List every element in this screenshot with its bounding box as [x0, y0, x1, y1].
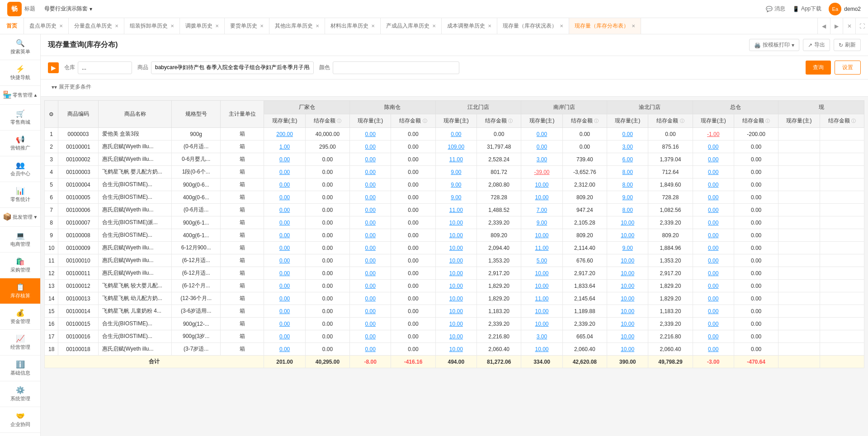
sidebar-item-operations[interactable]: 📈 经营管理 [0, 330, 40, 356]
table-row: 300100002惠氏启赋(Wyeth illu...0-6月婴儿...箱0.0… [45, 153, 864, 166]
th-factory-qty: 现存量(主) [264, 114, 305, 128]
sidebar-item-marketing[interactable]: 📢 营销推广 [0, 131, 40, 156]
nav-tab-2[interactable]: 组装拆卸单历史 ✕ [124, 18, 180, 34]
search-expand-btn[interactable]: ▶ [48, 62, 59, 73]
table-row: 500100004合生元(BIOSTIME)...900g(0-6...箱0.0… [45, 178, 864, 191]
logo-text: 标题 [24, 5, 35, 13]
sidebar-item-wholesale[interactable]: 📦 批发管理 ▼ [0, 208, 40, 227]
sidebar-item-inventory[interactable]: 📋 库存核算 [0, 278, 40, 304]
setting-btn[interactable]: 设置 [835, 61, 861, 75]
sidebar-inventory-label: 库存核算 [2, 292, 38, 299]
sidebar-item-retail-mgmt[interactable]: 🏪 零售管理 ▲ [0, 86, 40, 105]
nav-tab-3[interactable]: 调拨单历史 ✕ [180, 18, 225, 34]
nav-tab-close-8[interactable]: ✕ [488, 23, 491, 28]
nav-tab-9[interactable]: 现存量（库存状况表） ✕ [497, 18, 569, 34]
color-input[interactable] [333, 61, 459, 74]
expand-conditions-btn[interactable]: ▾▾ 展开更多条件 [48, 81, 861, 93]
username: demo2 [844, 6, 861, 12]
sidebar: 🔍 搜索英单 ⚡ 快捷导航 🏪 零售管理 ▲ 🛒 零售商城 📢 营销推广 👥 会… [0, 34, 41, 436]
avatar: Ea [829, 3, 841, 15]
msg-btn[interactable]: 💬 消息 [766, 5, 785, 13]
sidebar-item-nav[interactable]: ⚡ 快捷导航 [0, 60, 40, 86]
nav-tab-close-4[interactable]: ✕ [260, 23, 264, 28]
msg-label: 消息 [774, 5, 785, 13]
sidebar-item-enterprise[interactable]: 🤝 企业协同 [0, 407, 40, 433]
nav-tab-10[interactable]: 现存量（库存分布表） ✕ [569, 18, 641, 34]
table-row: 1400100013飞鹤星飞帆 幼儿配方奶...(12-36个月...箱0.00… [45, 292, 864, 305]
nav-next-btn[interactable]: ▶ [830, 18, 843, 34]
industry-selector[interactable]: 母婴行业演示陈套 ▾ [44, 5, 92, 13]
th-settings[interactable]: ⚙ [45, 101, 58, 128]
sidebar-item-members[interactable]: 👥 会员中心 [0, 156, 40, 182]
nav-tab-1[interactable]: 分量盘点单历史 ✕ [69, 18, 124, 34]
sidebar-item-purchase[interactable]: 🛍️ 采购管理 [0, 253, 40, 278]
nav-tab-close-0[interactable]: ✕ [59, 23, 63, 28]
table-row: 1500100014飞鹤星飞帆 儿童奶粉 4...(3-6岁适用...箱0.00… [45, 305, 864, 318]
nav-prev-btn[interactable]: ◀ [817, 18, 830, 34]
nav-tab-close-9[interactable]: ✕ [560, 23, 563, 28]
system-icon: ⚙️ [2, 386, 38, 394]
sidebar-ecommerce-label: 电商管理 [2, 241, 38, 248]
app-download-label: App下载 [801, 5, 821, 13]
app-download-btn[interactable]: 📱 App下载 [793, 5, 821, 13]
user-area[interactable]: Ea demo2 [829, 3, 861, 15]
sidebar-item-search[interactable]: 🔍 搜索英单 [0, 34, 40, 60]
nav-tab-label-9: 现存量（库存状况表） [503, 22, 557, 30]
sidebar-item-guide[interactable]: 🎯 新手引导 [0, 433, 40, 436]
expand-conditions-area: ▾▾ 展开更多条件 [41, 80, 868, 97]
sidebar-item-basic[interactable]: ℹ️ 基础信息 [0, 356, 40, 381]
nav-tab-label-1: 分量盘点单历史 [74, 22, 112, 30]
export-btn[interactable]: ↗ 导出 [803, 39, 830, 51]
nav-tab-close-1[interactable]: ✕ [115, 23, 118, 28]
search-buttons: 查询 设置 [806, 61, 861, 75]
nav-tab-close-5[interactable]: ✕ [316, 23, 319, 28]
refresh-btn[interactable]: ↻ 刷新 [834, 39, 861, 51]
nav-close-btn[interactable]: ✕ [843, 18, 855, 34]
sidebar-item-mall[interactable]: 🛒 零售商城 [0, 105, 40, 131]
nanan-amt-info-icon: ⓘ [594, 118, 599, 123]
nav-tab-label-7: 产成品入库单历史 [386, 22, 429, 30]
nav-tab-8[interactable]: 成本调整单历史 ✕ [442, 18, 497, 34]
nav-tab-6[interactable]: 材料出库单历史 ✕ [325, 18, 381, 34]
th-factory-amt: 结存金额 ⓘ [305, 114, 349, 128]
nav-tab-close-7[interactable]: ✕ [432, 23, 436, 28]
page-header: 现存量查询(库存分布) 🖨️ 按模板打印 ▾ ↗ 导出 ↻ 刷新 [41, 34, 868, 56]
inventory-icon: 📋 [2, 283, 38, 291]
nav-tab-close-10[interactable]: ✕ [632, 23, 635, 28]
nav-tab-close-3[interactable]: ✕ [215, 23, 219, 28]
nav-tab-home[interactable]: 首页 [0, 18, 24, 34]
nav-arrows: ◀ ▶ ✕ ⛶ [817, 18, 868, 34]
nav-expand-btn[interactable]: ⛶ [855, 18, 868, 34]
warehouse-input[interactable] [78, 61, 132, 74]
table-row: 200100001惠氏启赋(Wyeth illu...(0-6月适...箱1.0… [45, 141, 864, 153]
query-btn[interactable]: 查询 [806, 61, 831, 75]
table-row: 10000003爱他美 盒装3段900g箱200.0040,000.000.00… [45, 128, 864, 141]
table-row: 1600100015合生元(BIOSTIME)...900g(12-...箱0.… [45, 318, 864, 330]
print-dropdown-icon: ▾ [792, 42, 794, 48]
sidebar-system-label: 系统管理 [2, 395, 38, 402]
retail-stats-icon: 📊 [2, 187, 38, 195]
nav-tab-4[interactable]: 要货单历史 ✕ [225, 18, 269, 34]
table-row: 400100003飞鹤星飞帆 婴儿配方奶...1段(0-6个...箱0.000.… [45, 166, 864, 178]
settings-icon[interactable]: ⚙ [49, 111, 54, 117]
industry-dropdown-icon[interactable]: ▾ [90, 6, 92, 12]
nav-tab-7[interactable]: 产成品入库单历史 ✕ [381, 18, 442, 34]
nav-tab-close-6[interactable]: ✕ [371, 23, 375, 28]
sidebar-item-ecommerce[interactable]: 💻 电商管理 [0, 227, 40, 253]
marketing-icon: 📢 [2, 135, 38, 144]
sidebar-item-system[interactable]: ⚙️ 系统管理 [0, 381, 40, 407]
goods-label: 商品 [137, 64, 148, 71]
th-unit: 主计量单位 [220, 101, 264, 128]
sidebar-item-finance[interactable]: 💰 资金管理 [0, 304, 40, 330]
sidebar-basic-label: 基础信息 [2, 370, 38, 376]
sidebar-item-retail-stats[interactable]: 📊 零售统计 [0, 182, 40, 208]
layout: 🔍 搜索英单 ⚡ 快捷导航 🏪 零售管理 ▲ 🛒 零售商城 📢 营销推广 👥 会… [0, 34, 868, 436]
expand-conditions-label: 展开更多条件 [59, 83, 91, 91]
sidebar-retail-stats-label: 零售统计 [2, 196, 38, 203]
table-area: ⚙ 商品编码 商品名称 规格型号 主计量单位 厂家仓 陈南仓 江北门店 南岸门店… [41, 97, 868, 436]
print-btn[interactable]: 🖨️ 按模板打印 ▾ [749, 39, 799, 51]
nav-tab-5[interactable]: 其他出库单历史 ✕ [269, 18, 325, 34]
nav-tab-close-2[interactable]: ✕ [170, 23, 174, 28]
goods-input[interactable] [151, 61, 314, 74]
nav-tab-0[interactable]: 盘点单历史 ✕ [24, 18, 69, 34]
